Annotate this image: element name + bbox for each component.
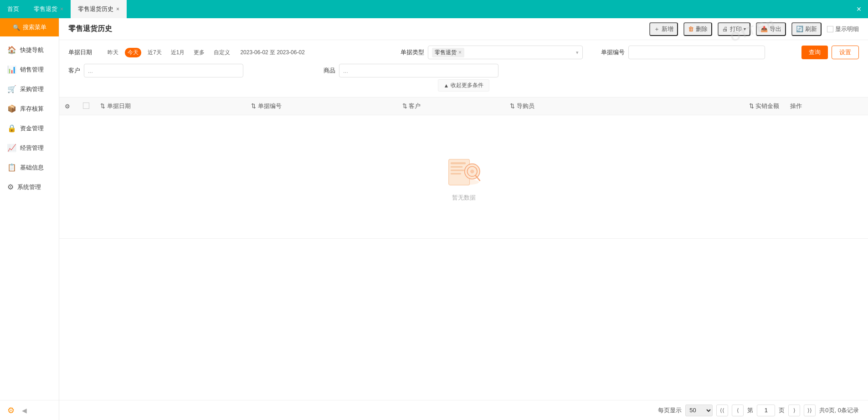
ops-icon: 📈 [7,143,16,152]
date-7days[interactable]: 近7天 [145,48,164,57]
settings-icon[interactable]: ⚙ [7,405,15,415]
empty-state: 暂无数据 [59,115,868,238]
delete-icon: 🗑 [688,26,694,32]
export-button[interactable]: 📤 导出 [756,22,786,36]
plus-icon: ＋ [654,25,660,33]
sidebar: 🔍 搜索菜单 🏠 快捷导航 📊 销售管理 🛒 采购管理 📦 库存核算 🔒 [0,18,59,420]
tab-retail-return-history-close[interactable]: × [116,6,119,12]
setting-button[interactable]: 设置 [832,46,859,59]
th-guide: ⇅ 导购员 [504,97,634,115]
data-table: ⚙ ⇅ 单据日期 ⇅ 单据编号 [59,97,868,239]
sidebar-item-operations[interactable]: 📈 经营管理 [0,138,59,158]
number-input[interactable] [628,46,765,59]
sidebar-item-basicinfo[interactable]: 📋 基础信息 [0,158,59,177]
pagination-summary: 共0页, 0条记录 [819,406,859,415]
page-last-button[interactable]: ⟩⟩ [804,405,816,416]
th-number-sort[interactable]: ⇅ [251,102,256,109]
gear-icon: ⚙ [7,183,14,191]
page-next-button[interactable]: ⟩ [788,405,800,416]
th-customer-label: 客户 [409,102,421,109]
date-label: 单据日期 [68,48,96,56]
tab-retail-return-label: 零售退货 [34,5,57,13]
sidebar-item-inventory[interactable]: 📦 库存核算 [0,99,59,118]
filter-goods-field: 商品 ... [324,64,551,77]
tab-retail-return-history[interactable]: 零售退货历史 × [71,0,127,18]
tab-home[interactable]: 首页 [0,0,26,18]
tab-home-label: 首页 [7,5,19,13]
table-area: ⚙ ⇅ 单据日期 ⇅ 单据编号 [59,97,868,400]
page-first-button[interactable]: ⟨⟨ [716,405,728,416]
type-tag-close[interactable]: × [458,49,462,56]
sidebar-search[interactable]: 🔍 搜索菜单 [0,18,59,36]
export-icon: 📤 [760,26,768,32]
th-date-label: 单据日期 [107,102,131,109]
top-bar: 首页 零售退货 × 零售退货历史 × × [0,0,868,18]
filter-type-field: 单据类型 零售退货 × ▾ [401,46,583,59]
tab-retail-return[interactable]: 零售退货 × [26,0,71,18]
filter-area: 单据日期 昨天 今天 近7天 近1月 更多 自定义 2023-06-02 至 2… [59,40,868,97]
empty-state-label: 暂无数据 [452,194,476,202]
date-yesterday[interactable]: 昨天 [105,48,121,57]
th-date-sort[interactable]: ⇅ [100,102,105,109]
th-settings[interactable]: ⚙ [59,97,77,115]
sidebar-item-quicknav-label: 快捷导航 [20,46,44,54]
delete-button[interactable]: 🗑 删除 [683,22,712,36]
sidebar-item-quicknav[interactable]: 🏠 快捷导航 [0,40,59,60]
table-header-row: ⚙ ⇅ 单据日期 ⇅ 单据编号 [59,97,868,115]
sidebar-item-finance-label: 资金管理 [20,124,44,133]
query-button[interactable]: 查询 [801,46,828,59]
collapse-button[interactable]: ▲ 收起更多条件 [438,79,490,92]
customer-label: 客户 [68,67,80,75]
refresh-button[interactable]: 🔄 刷新 [791,22,822,36]
type-tag: 零售退货 × [432,48,464,57]
page-label: 第 [747,406,753,415]
sidebar-item-finance[interactable]: 🔒 资金管理 [0,118,59,138]
date-1month[interactable]: 近1月 [168,48,188,57]
type-select[interactable]: 零售退货 × ▾ [428,46,583,59]
table-settings-icon[interactable]: ⚙ [65,103,70,110]
window-close-button[interactable]: × [850,0,868,18]
th-number-label: 单据编号 [258,102,282,109]
filter-number-field: 单据编号 [601,46,792,59]
empty-state-illustration [441,152,487,188]
sidebar-item-system[interactable]: ⚙ 系统管理 [0,177,59,197]
page-size-select[interactable]: 50 20 100 [685,405,713,416]
page-suffix: 页 [779,406,785,415]
th-guide-sort[interactable]: ⇅ [510,102,515,109]
customer-select[interactable]: ... [84,64,243,77]
new-button[interactable]: ＋ 新增 [649,22,678,36]
goods-select[interactable]: ... [339,64,498,77]
th-amount-sort[interactable]: ⇅ [749,102,754,109]
date-options: 昨天 今天 近7天 近1月 更多 自定义 2023-06-02 至 2023-0… [105,48,305,57]
customer-ellipsis: ... [88,67,93,74]
main-layout: 🔍 搜索菜单 🏠 快捷导航 📊 销售管理 🛒 采购管理 📦 库存核算 🔒 [0,18,868,420]
filter-date-section: 单据日期 昨天 今天 近7天 近1月 更多 自定义 2023-06-02 至 2… [68,48,382,57]
print-button[interactable]: 🖨 打印 ▾ [718,22,750,36]
home-icon: 🏠 [7,46,16,54]
box-icon: 📦 [7,104,16,113]
sidebar-item-purchase[interactable]: 🛒 采购管理 [0,79,59,99]
print-button-label: 打印 [730,25,742,33]
date-today[interactable]: 今天 [125,48,141,57]
sidebar-item-sales[interactable]: 📊 销售管理 [0,60,59,79]
sidebar-item-operations-label: 经营管理 [20,144,44,152]
collapse-row: ▲ 收起更多条件 [68,79,859,92]
pagination-bar: 每页显示 50 20 100 ⟨⟨ ⟨ 第 1 页 ⟩ ⟩⟩ 共0页, 0条记录 [59,400,868,420]
svg-rect-2 [450,162,465,164]
th-checkbox [77,97,95,115]
select-all-checkbox[interactable] [83,102,89,109]
filter-row-1: 单据日期 昨天 今天 近7天 近1月 更多 自定义 2023-06-02 至 2… [68,46,859,59]
export-button-label: 导出 [770,25,781,33]
date-more[interactable]: 更多 [191,48,207,57]
page-prev-button[interactable]: ⟨ [732,405,744,416]
tab-retail-return-close[interactable]: × [60,6,63,12]
th-customer-sort[interactable]: ⇅ [402,102,407,109]
goods-ellipsis: ... [343,67,348,74]
type-tag-label: 零售退货 [435,49,457,56]
search-icon: 🔍 [13,24,20,31]
page-input[interactable]: 1 [757,405,775,416]
display-toggle-checkbox[interactable] [827,26,833,32]
date-custom[interactable]: 自定义 [211,48,233,57]
collapse-sidebar-icon[interactable]: ◀ [22,407,27,414]
refresh-button-label: 刷新 [805,25,817,33]
